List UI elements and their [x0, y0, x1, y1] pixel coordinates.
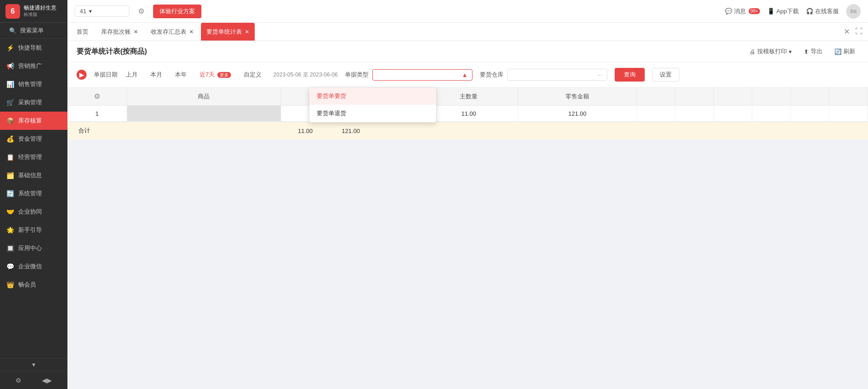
- sidebar-item-member[interactable]: 👑 畅会员: [0, 276, 67, 294]
- type-filter-group: 单据类型 ▲: [345, 69, 473, 81]
- sidebar-item-purchase[interactable]: 🛒 采购管理: [0, 93, 67, 112]
- col-header-product: 商品: [127, 87, 281, 106]
- search-menu[interactable]: 🔍 搜索菜单: [0, 23, 67, 39]
- message-action[interactable]: 💬 消息 99+: [725, 7, 760, 15]
- tab-close-order-summary[interactable]: ✕: [245, 29, 249, 35]
- footer-label: 合计: [73, 127, 282, 135]
- col-header-settings[interactable]: ⚙: [67, 87, 127, 106]
- app-label: App下载: [776, 7, 799, 15]
- this-year-btn[interactable]: 本年: [170, 69, 191, 81]
- sidebar-scroll-down[interactable]: ▼: [0, 358, 67, 371]
- export-btn[interactable]: ⬆ 导出: [800, 46, 826, 57]
- print-btn[interactable]: 🖨 按模板打印 ▾: [746, 46, 796, 57]
- main-area: 41 ▾ ⚙ 体验行业方案 💬 消息 99+ 📱 App下载 🎧 在线客服: [67, 0, 868, 389]
- top-header: 41 ▾ ⚙ 体验行业方案 💬 消息 99+ 📱 App下载 🎧 在线客服: [67, 0, 868, 23]
- dropdown-item-order-goods[interactable]: 要货单要货: [309, 87, 436, 105]
- tab-label-receivable-summary: 收发存汇总表: [151, 28, 186, 36]
- member-icon: 👑: [5, 280, 15, 289]
- sidebar-item-label-base: 基础信息: [18, 171, 42, 179]
- sidebar-item-label-sales: 销售管理: [18, 80, 42, 88]
- tab-order-summary[interactable]: 要货单统计表✕: [201, 23, 255, 41]
- col-header-extra: [829, 87, 868, 106]
- app-download-action[interactable]: 📱 App下载: [767, 7, 799, 15]
- refresh-btn[interactable]: 🔄 刷新: [831, 46, 859, 57]
- toggle-footer-btn[interactable]: ◀▶: [42, 377, 52, 384]
- query-button[interactable]: 查询: [615, 68, 645, 82]
- sidebar-item-inventory[interactable]: 📦 库存核算: [0, 112, 67, 130]
- sidebar-item-label-guide: 新手引导: [18, 226, 42, 234]
- store-selector[interactable]: 41 ▾: [75, 5, 129, 17]
- custom-date-btn[interactable]: 自定义: [239, 69, 266, 81]
- tab-label-inventory-batch: 库存批次账: [101, 28, 131, 36]
- sidebar-item-finance[interactable]: 💰 资金管理: [0, 130, 67, 148]
- page-body: 要货单统计表(按商品) 🖨 按模板打印 ▾ ⬆ 导出 🔄 刷新: [67, 41, 868, 139]
- dropdown-item-order-return[interactable]: 要货单退货: [309, 105, 436, 122]
- tab-close-receivable-summary[interactable]: ✕: [189, 29, 194, 35]
- operation-icon: 📋: [5, 153, 15, 162]
- table-settings-icon[interactable]: ⚙: [94, 92, 100, 100]
- tab-close-inventory-batch[interactable]: ✕: [134, 29, 138, 35]
- sidebar-item-label-wechat: 企业微信: [18, 262, 42, 271]
- page-content: 要货单统计表(按商品) 🖨 按模板打印 ▾ ⬆ 导出 🔄 刷新: [67, 41, 868, 389]
- search-icon: 🔍: [9, 27, 16, 34]
- sidebar-item-enterprise[interactable]: 🤝 企业协同: [0, 203, 67, 221]
- enterprise-icon: 🤝: [5, 207, 15, 216]
- sidebar: 6 畅捷通好生意 标准版 🔍 搜索菜单 ⚡ 快捷导航 📢 营销推广 📊 销售管理…: [0, 0, 67, 389]
- col-header-extra: [675, 87, 714, 106]
- expand-tab-btn[interactable]: ⛶: [853, 26, 864, 38]
- date-filter-label: 单据日期: [94, 71, 118, 79]
- this-month-btn[interactable]: 本月: [146, 69, 167, 81]
- last-month-btn[interactable]: 上月: [121, 69, 142, 81]
- sidebar-item-appstore[interactable]: 🔲 应用中心: [0, 239, 67, 257]
- sidebar-item-system[interactable]: 🔄 系统管理: [0, 184, 67, 203]
- settings-footer-btn[interactable]: ⚙: [15, 377, 21, 384]
- sidebar-item-sales[interactable]: 📊 销售管理: [0, 75, 67, 93]
- data-table: ⚙商品主计量单位主数量零售金额 1 块 11.00 121.00: [67, 87, 868, 122]
- warehouse-select[interactable]: ···: [507, 69, 607, 81]
- tab-inventory-batch[interactable]: 库存批次账✕: [96, 23, 144, 41]
- page-title: 要货单统计表(按商品): [77, 47, 147, 56]
- expand-filter-btn[interactable]: ▶: [77, 70, 87, 80]
- close-tab-btn[interactable]: ✕: [842, 26, 852, 38]
- sidebar-item-guide[interactable]: 🌟 新手引导: [0, 221, 67, 239]
- col-header-extra: [791, 87, 829, 106]
- col-header-amount: 零售金额: [518, 87, 637, 106]
- tab-receivable-summary[interactable]: 收发存汇总表✕: [145, 23, 199, 41]
- logo-sub: 标准版: [24, 11, 56, 18]
- base-icon: 🗂️: [5, 171, 15, 180]
- sidebar-item-quick-nav[interactable]: ⚡ 快捷导航: [0, 39, 67, 57]
- filter-bar: ▶ 单据日期 上月 本月 本年 近7天 更多 自定义 2023-05-06 至 …: [67, 62, 868, 87]
- sidebar-item-marketing[interactable]: 📢 营销推广: [0, 57, 67, 75]
- message-label: 消息: [734, 7, 746, 15]
- sidebar-item-wechat[interactable]: 💬 企业微信: [0, 257, 67, 276]
- service-action[interactable]: 🎧 在线客服: [806, 7, 839, 15]
- chevron-down-icon: ▾: [89, 8, 92, 15]
- header-settings-btn[interactable]: ⚙: [135, 5, 148, 18]
- cell-amount: 121.00: [518, 106, 637, 122]
- tabs-controls: ✕ ⛶: [842, 26, 864, 38]
- header-left: 41 ▾ ⚙ 体验行业方案: [75, 5, 201, 18]
- sidebar-footer: ⚙ ◀▶: [0, 371, 67, 389]
- chevron-down-icon: ▾: [789, 48, 792, 55]
- col-header-extra: [637, 87, 675, 106]
- last-7-days-btn[interactable]: 近7天 更多: [195, 69, 236, 81]
- tab-label-order-summary: 要货单统计表: [206, 28, 242, 36]
- avatar[interactable]: Rit: [846, 4, 861, 19]
- trial-button[interactable]: 体验行业方案: [153, 5, 201, 18]
- sidebar-item-label-enterprise: 企业协同: [18, 208, 42, 216]
- chevron-up-icon: ▲: [462, 72, 467, 78]
- service-icon: 🎧: [806, 8, 813, 15]
- sidebar-item-label-operation: 经营管理: [18, 153, 42, 161]
- warehouse-more-icon[interactable]: ···: [597, 71, 603, 78]
- tabs-bar: 首页库存批次账✕收发存汇总表✕要货单统计表✕ ✕ ⛶: [67, 23, 868, 41]
- sidebar-item-operation[interactable]: 📋 经营管理: [0, 148, 67, 166]
- export-label: 导出: [811, 47, 822, 56]
- inventory-icon: 📦: [5, 116, 15, 125]
- setup-button[interactable]: 设置: [652, 68, 679, 82]
- export-icon: ⬆: [804, 48, 809, 55]
- table-header-row: ⚙商品主计量单位主数量零售金额: [67, 87, 868, 106]
- type-select[interactable]: ▲: [372, 69, 473, 81]
- print-label: 按模板打印: [757, 47, 787, 56]
- sidebar-item-base[interactable]: 🗂️ 基础信息: [0, 166, 67, 184]
- tab-home[interactable]: 首页: [71, 23, 94, 41]
